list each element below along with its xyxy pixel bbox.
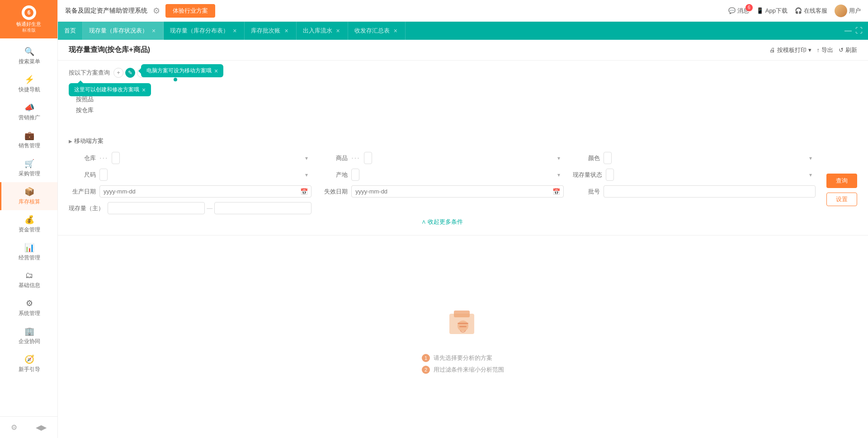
sidebar-item-finance[interactable]: 💰 资金管理 xyxy=(0,210,57,238)
tab-stock-dist[interactable]: 现存量（库存分布表） × xyxy=(164,22,245,40)
search-btn[interactable]: 查询 xyxy=(826,174,857,188)
scheme-tooltip-close[interactable]: × xyxy=(214,67,218,75)
tab-stock-dist-label: 现存量（库存分布表） xyxy=(170,27,229,35)
collapse-btn[interactable]: ∧ 收起更多条件 xyxy=(69,214,816,228)
filter-row-3: 生产日期 📅 失效日期 📅 xyxy=(69,185,816,198)
purchase-icon: 🛒 xyxy=(24,159,34,169)
guide-icon: 🧭 xyxy=(24,354,34,364)
scheme-tree-item-2[interactable]: 按仓库 xyxy=(69,105,857,116)
sidebar-item-inventory-label: 库存核算 xyxy=(19,198,40,206)
filter-size: 尺码 xyxy=(69,169,311,181)
export-btn[interactable]: ↑ 导出 xyxy=(817,46,834,54)
message-btn[interactable]: 💬 消息 6 xyxy=(728,7,749,15)
tab-stock-dist-close[interactable]: × xyxy=(231,27,238,35)
product-dots[interactable]: ··· xyxy=(351,154,360,162)
reset-btn[interactable]: 设置 xyxy=(826,193,857,206)
sidebar-item-quicknav[interactable]: ⚡ 快捷导航 xyxy=(0,70,57,98)
tab-batch[interactable]: 库存批次账 × xyxy=(245,22,296,40)
tab-batch-close[interactable]: × xyxy=(283,27,289,35)
sidebar-item-guide-label: 新手引导 xyxy=(19,366,40,373)
expiry-date-cal-icon[interactable]: 📅 xyxy=(552,188,560,195)
tab-home[interactable]: 首页 xyxy=(58,22,83,40)
app-download-btn[interactable]: 📱 App下载 xyxy=(756,7,788,15)
app-download-label: App下载 xyxy=(765,7,788,15)
sidebar-logo: 6 畅通好生意 标准版 xyxy=(0,0,57,38)
sidebar-collapse-btn[interactable]: ◀▶ xyxy=(34,421,48,433)
phone-icon: 📱 xyxy=(756,7,764,14)
scheme-tree-item-1[interactable]: 按照品 xyxy=(69,94,857,105)
sidebar-item-purchase-label: 采购管理 xyxy=(19,170,40,178)
sidebar-item-inventory[interactable]: 📦 库存核算 xyxy=(0,182,57,210)
sidebar-item-purchase[interactable]: 🛒 采购管理 xyxy=(0,154,57,182)
filter-stock-qty: 现存量（主） — xyxy=(69,202,311,214)
tab-flow-label: 出入库流水 xyxy=(303,27,332,35)
filter-stock-status: 现存量状态 xyxy=(573,169,816,181)
logo-icon: 6 xyxy=(22,5,36,20)
warehouse-select[interactable] xyxy=(112,152,120,164)
sidebar-item-guide[interactable]: 🧭 新手引导 xyxy=(0,350,57,378)
message-badge: 6 xyxy=(745,4,753,11)
header-settings-btn[interactable]: ⚙ xyxy=(153,6,160,16)
edit-scheme-btn[interactable]: ✎ xyxy=(125,68,135,78)
svg-rect-6 xyxy=(459,326,467,327)
sidebar-item-enterprise[interactable]: 🏢 企业协同 xyxy=(0,322,57,350)
message-icon: 💬 xyxy=(728,7,736,14)
prod-date-input-wrap: 📅 xyxy=(99,185,311,198)
stock-qty-max[interactable] xyxy=(214,202,311,214)
tab-minimize-btn[interactable]: — xyxy=(844,27,852,35)
prod-date-cal-icon[interactable]: 📅 xyxy=(300,188,308,195)
sidebar-item-sales[interactable]: 💼 销售管理 xyxy=(0,126,57,154)
tab-stock-status-label: 现存量（库存状况表） xyxy=(89,27,148,35)
tab-maximize-btn[interactable]: ⛶ xyxy=(855,27,863,35)
collapse-label: 收起更多条件 xyxy=(428,218,463,225)
refresh-btn[interactable]: ↺ 刷新 xyxy=(839,46,857,54)
warehouse-dots[interactable]: ··· xyxy=(99,154,108,162)
sidebar-item-system[interactable]: ⚙ 系统管理 xyxy=(0,294,57,322)
system-icon: ⚙ xyxy=(26,298,33,308)
product-select[interactable] xyxy=(364,152,372,164)
stock-qty-min[interactable] xyxy=(108,202,205,214)
sidebar-item-finance-label: 资金管理 xyxy=(19,226,40,234)
origin-select-wrap xyxy=(351,169,563,181)
filter-header: 按以下方案查询 + ✎ ← 电脑方案可设为移动方案哦 × xyxy=(69,68,857,78)
stock-status-select[interactable] xyxy=(606,169,614,181)
sidebar-item-basic[interactable]: 🗂 基础信息 xyxy=(0,266,57,294)
batch-no-input[interactable] xyxy=(604,185,816,198)
tab-summary[interactable]: 收发存汇总表 × xyxy=(348,22,406,40)
size-select-wrap xyxy=(99,169,311,181)
tab-summary-close[interactable]: × xyxy=(392,27,399,35)
create-tooltip: 这里可以创建和修改方案哦 × xyxy=(69,83,151,96)
sidebar-item-search[interactable]: 🔍 搜索菜单 xyxy=(0,42,57,70)
tab-home-label: 首页 xyxy=(64,27,76,35)
scheme-tree-pc[interactable]: ▼ 电脑端方案 xyxy=(69,83,857,94)
sidebar-item-operation[interactable]: 📊 经营管理 xyxy=(0,238,57,266)
tab-flow-close[interactable]: × xyxy=(335,27,341,35)
tabbar-actions: — ⛶ xyxy=(839,27,868,35)
user-menu[interactable]: 用户 xyxy=(835,5,861,17)
create-tooltip-close[interactable]: × xyxy=(142,86,146,94)
stock-qty-label: 现存量（主） xyxy=(69,204,104,212)
scheme-tree-mobile[interactable]: ▶ 移动端方案 xyxy=(69,136,857,146)
print-btn[interactable]: 🖨 按模板打印 ▾ xyxy=(769,46,811,54)
color-label: 颜色 xyxy=(573,154,600,162)
expiry-date-input[interactable] xyxy=(351,185,563,198)
sidebar-item-marketing[interactable]: 📣 营销推广 xyxy=(0,98,57,126)
origin-label: 产地 xyxy=(321,171,348,179)
page-title: 现存量查询(按仓库+商品) xyxy=(69,45,150,55)
export-icon: ↑ xyxy=(817,47,820,53)
online-support-btn[interactable]: 🎧 在线客服 xyxy=(795,7,827,15)
filter-origin: 产地 xyxy=(321,169,563,181)
origin-select[interactable] xyxy=(351,169,359,181)
sidebar: 6 畅通好生意 标准版 🔍 搜索菜单 ⚡ 快捷导航 📣 营销推广 💼 销售管理 … xyxy=(0,0,58,438)
size-label: 尺码 xyxy=(69,171,96,179)
trial-btn[interactable]: 体验行业方案 xyxy=(165,4,215,18)
tab-flow[interactable]: 出入库流水 × xyxy=(297,22,348,40)
tab-stock-status[interactable]: 现存量（库存状况表） × xyxy=(83,22,164,40)
color-select[interactable] xyxy=(604,152,612,164)
tab-stock-status-close[interactable]: × xyxy=(151,27,157,35)
add-scheme-btn[interactable]: + xyxy=(113,68,123,78)
prod-date-input[interactable] xyxy=(99,185,311,198)
sidebar-settings-btn[interactable]: ⚙ xyxy=(9,421,19,433)
size-select[interactable] xyxy=(99,169,108,181)
item1-label: 按照品 xyxy=(76,95,94,104)
